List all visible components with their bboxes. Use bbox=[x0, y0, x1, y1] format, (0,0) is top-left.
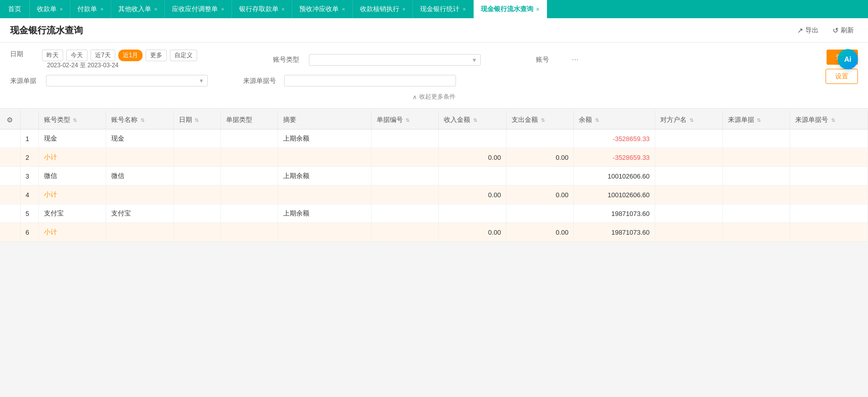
col-account-name[interactable]: 账号名称 ⇅ bbox=[106, 111, 174, 129]
cell-source-doc bbox=[722, 129, 790, 148]
cell-summary: 上期余额 bbox=[278, 167, 371, 186]
cell-doc-no bbox=[371, 223, 439, 242]
cell-doc-type bbox=[221, 129, 278, 148]
date-yesterday[interactable]: 昨天 bbox=[42, 50, 63, 61]
nav-item-8[interactable]: 现金银行流水查询 × bbox=[474, 0, 547, 18]
source-doc-no-input[interactable] bbox=[284, 75, 456, 86]
nav-item-3[interactable]: 应收应付调整单 × bbox=[165, 0, 232, 18]
table-row: 6 小计 0.00 0.00 19871073.60 bbox=[0, 223, 868, 242]
sort-icon-source-doc: ⇅ bbox=[757, 117, 761, 123]
close-icon-2[interactable]: × bbox=[154, 6, 157, 12]
cell-account-name: 现金 bbox=[106, 129, 174, 148]
cell-source-doc bbox=[722, 167, 790, 186]
col-source-doc[interactable]: 来源单据 ⇅ bbox=[722, 111, 790, 129]
gear-icon: ⚙ bbox=[7, 116, 13, 124]
col-income[interactable]: 收入金额 ⇅ bbox=[439, 111, 507, 129]
sort-icon-income: ⇅ bbox=[473, 117, 477, 123]
cell-doc-no bbox=[371, 148, 439, 167]
nav-item-2[interactable]: 其他收入单 × bbox=[111, 0, 165, 18]
cell-doc-no bbox=[371, 129, 439, 148]
close-icon-6[interactable]: × bbox=[402, 6, 405, 12]
cell-income bbox=[439, 167, 507, 186]
cell-doc-type bbox=[221, 186, 278, 204]
settings-button[interactable]: 设置 bbox=[826, 69, 858, 84]
filter-row-1: 日期 昨天 今天 近7天 近1月 更多 自定义 2023-02-24 至 202… bbox=[10, 50, 826, 70]
col-doc-type[interactable]: 单据类型 bbox=[221, 111, 278, 129]
export-button[interactable]: ↗ 导出 bbox=[793, 24, 823, 37]
date-custom[interactable]: 自定义 bbox=[170, 50, 197, 61]
nav-item-6[interactable]: 收款核销执行 × bbox=[353, 0, 413, 18]
cell-date bbox=[173, 148, 220, 167]
nav-item-1[interactable]: 付款单 × bbox=[70, 0, 111, 18]
cell-account-type: 现金 bbox=[38, 129, 106, 148]
close-icon-0[interactable]: × bbox=[60, 6, 63, 12]
cell-income: 0.00 bbox=[439, 148, 507, 167]
data-table: ⚙ 账号类型 ⇅ 账号名称 ⇅ 日期 ⇅ 单据类型 摘要 单据编号 ⇅ 收入金额… bbox=[0, 111, 868, 242]
sort-icon-account-type: ⇅ bbox=[73, 117, 77, 123]
cell-summary bbox=[278, 186, 371, 204]
sort-icon-expense: ⇅ bbox=[541, 117, 545, 123]
date-more[interactable]: 更多 bbox=[146, 50, 167, 61]
cell-account-type: 小计 bbox=[38, 148, 106, 167]
table-row: 2 小计 0.00 0.00 -3528659.33 bbox=[0, 148, 868, 167]
col-counterpart[interactable]: 对方户名 ⇅ bbox=[655, 111, 723, 129]
cell-account-name bbox=[106, 186, 174, 204]
cell-balance: -3528659.33 bbox=[574, 129, 655, 148]
close-icon-7[interactable]: × bbox=[463, 6, 466, 12]
nav-item-7[interactable]: 现金银行统计 × bbox=[413, 0, 473, 18]
filter-area: 日期 昨天 今天 近7天 近1月 更多 自定义 2023-02-24 至 202… bbox=[0, 42, 868, 109]
cell-date bbox=[173, 204, 220, 223]
cell-source-doc bbox=[722, 148, 790, 167]
close-icon-1[interactable]: × bbox=[100, 6, 103, 12]
col-account-type[interactable]: 账号类型 ⇅ bbox=[38, 111, 106, 129]
nav-item-0[interactable]: 收款单 × bbox=[30, 0, 70, 18]
col-doc-no[interactable]: 单据编号 ⇅ bbox=[371, 111, 439, 129]
cell-balance: 100102606.60 bbox=[574, 167, 655, 186]
page-header: 现金银行流水查询 ↗ 导出 ↺ 刷新 bbox=[0, 18, 868, 42]
cell-date bbox=[173, 186, 220, 204]
top-nav: 首页 收款单 × 付款单 × 其他收入单 × 应收应付调整单 × 银行存取款单 … bbox=[0, 0, 868, 18]
date-7days[interactable]: 近7天 bbox=[90, 50, 115, 61]
col-source-doc-no[interactable]: 来源单据号 ⇅ bbox=[790, 111, 868, 129]
cell-account-type: 小计 bbox=[38, 186, 106, 204]
col-summary[interactable]: 摘要 bbox=[278, 111, 371, 129]
collapse-bar[interactable]: ∧ 收起更多条件 bbox=[10, 91, 858, 105]
close-icon-3[interactable]: × bbox=[221, 6, 224, 12]
nav-item-5[interactable]: 预收冲应收单 × bbox=[292, 0, 352, 18]
cell-account-type: 支付宝 bbox=[38, 204, 106, 223]
cell-account-name: 微信 bbox=[106, 167, 174, 186]
col-expense[interactable]: 支出金额 ⇅ bbox=[506, 111, 574, 129]
cell-no: 5 bbox=[20, 204, 38, 223]
cell-source-doc-no bbox=[790, 148, 868, 167]
cell-no: 6 bbox=[20, 223, 38, 242]
account-ellipsis[interactable]: ··· bbox=[572, 55, 578, 64]
cell-balance: 100102606.60 bbox=[574, 186, 655, 204]
cell-source-doc-no bbox=[790, 204, 868, 223]
cell-account-name: 支付宝 bbox=[106, 204, 174, 223]
date-1month[interactable]: 近1月 bbox=[118, 50, 143, 61]
close-icon-8[interactable]: × bbox=[536, 6, 539, 12]
cell-source-doc-no bbox=[790, 223, 868, 242]
ai-badge[interactable]: Ai bbox=[838, 49, 858, 69]
cell-no: 3 bbox=[20, 167, 38, 186]
refresh-button[interactable]: ↺ 刷新 bbox=[829, 24, 858, 37]
table-row: 5 支付宝 支付宝 上期余额 19871073.60 bbox=[0, 204, 868, 223]
col-gear[interactable]: ⚙ bbox=[0, 111, 20, 129]
date-today[interactable]: 今天 bbox=[66, 50, 87, 61]
cell-counterpart bbox=[655, 223, 723, 242]
chevron-down-icon-2: ▾ bbox=[200, 77, 203, 84]
header-actions: ↗ 导出 ↺ 刷新 bbox=[793, 24, 858, 37]
close-icon-5[interactable]: × bbox=[342, 6, 345, 12]
col-balance[interactable]: 余额 ⇅ bbox=[574, 111, 655, 129]
cell-source-doc-no bbox=[790, 186, 868, 204]
cell-expense bbox=[506, 204, 574, 223]
nav-home[interactable]: 首页 bbox=[0, 0, 30, 18]
account-type-select[interactable]: ▾ bbox=[309, 54, 481, 66]
source-doc-select[interactable]: ▾ bbox=[46, 75, 208, 86]
close-icon-4[interactable]: × bbox=[282, 6, 285, 12]
nav-item-4[interactable]: 银行存取款单 × bbox=[232, 0, 292, 18]
cell-doc-no bbox=[371, 167, 439, 186]
cell-doc-type bbox=[221, 167, 278, 186]
cell-no: 2 bbox=[20, 148, 38, 167]
col-date[interactable]: 日期 ⇅ bbox=[173, 111, 220, 129]
